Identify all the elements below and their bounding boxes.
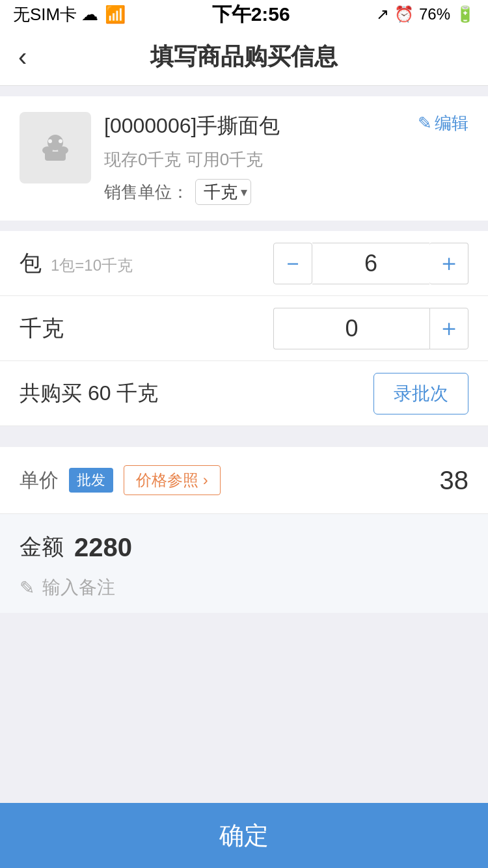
package-input[interactable] <box>312 243 429 284</box>
location-icon: ↗ <box>376 5 389 23</box>
product-stock: 现存0千克 可用0千克 <box>104 148 468 171</box>
package-label-sub: 1包=10千克 <box>51 255 133 276</box>
note-icon: ✎ <box>20 577 34 599</box>
kg-increment-button[interactable]: ＋ <box>429 308 468 349</box>
price-label: 单价 <box>20 467 59 494</box>
input-section: 包 1包=10千克 － ＋ 千克 ＋ 共购买 60 千克 录批次 <box>0 231 488 426</box>
kg-label-main: 千克 <box>20 314 64 344</box>
summary-row: 共购买 60 千克 录批次 <box>0 361 488 426</box>
package-label-main: 包 <box>20 249 42 278</box>
product-name-row: [0000006]手撕面包 ✎ 编辑 <box>104 112 468 141</box>
product-thumbnail <box>20 112 91 183</box>
divider-1 <box>0 221 488 231</box>
amount-label: 金额 <box>20 532 64 562</box>
price-row: 单价 批发 价格参照 › 38 <box>0 447 488 514</box>
product-info: [0000006]手撕面包 ✎ 编辑 现存0千克 可用0千克 销售单位： 千克 <box>104 112 468 205</box>
unit-label: 销售单位： <box>104 181 189 204</box>
confirm-button[interactable]: 确定 <box>0 803 488 868</box>
amount-value: 2280 <box>74 533 132 562</box>
edit-label: 编辑 <box>435 112 468 135</box>
edit-button[interactable]: ✎ 编辑 <box>418 112 468 135</box>
amount-section: 金额 2280 ✎ 输入备注 <box>0 514 488 613</box>
package-increment-button[interactable]: ＋ <box>429 243 468 284</box>
price-section: 单价 批发 价格参照 › 38 <box>0 447 488 514</box>
edit-icon: ✎ <box>418 113 432 133</box>
svg-point-4 <box>48 139 52 143</box>
package-label: 包 1包=10千克 <box>20 249 273 278</box>
note-row[interactable]: ✎ 输入备注 <box>20 575 468 600</box>
batch-button[interactable]: 录批次 <box>373 373 468 414</box>
svg-point-5 <box>59 139 62 143</box>
package-controls: － ＋ <box>273 243 468 284</box>
status-time: 下午2:56 <box>212 1 290 28</box>
product-unit-row: 销售单位： 千克 <box>104 179 468 205</box>
battery-icon: 🔋 <box>455 5 475 23</box>
kg-label: 千克 <box>20 314 273 344</box>
kg-input-row: 千克 ＋ <box>0 296 488 361</box>
back-button[interactable]: ‹ <box>18 42 27 72</box>
unit-select[interactable]: 千克 <box>195 179 251 205</box>
alarm-icon: ⏰ <box>394 5 414 23</box>
price-value: 38 <box>440 466 469 495</box>
package-decrement-button[interactable]: － <box>273 243 312 284</box>
summary-text: 共购买 60 千克 <box>20 379 158 408</box>
amount-row: 金额 2280 <box>20 532 468 562</box>
wifi-icon: 📶 <box>105 5 126 25</box>
note-placeholder: 输入备注 <box>42 575 115 600</box>
status-left: 无SIM卡 ☁ 📶 <box>13 3 126 26</box>
product-section: [0000006]手撕面包 ✎ 编辑 现存0千克 可用0千克 销售单位： 千克 <box>0 96 488 221</box>
price-tag: 批发 <box>69 468 113 493</box>
svg-rect-3 <box>45 152 66 161</box>
confirm-label: 确定 <box>219 819 269 852</box>
nav-bar: ‹ 填写商品购买信息 <box>0 29 488 86</box>
status-right: ↗ ⏰ 76% 🔋 <box>376 5 475 23</box>
product-logo-icon <box>36 128 75 167</box>
spacer <box>0 613 488 803</box>
package-input-row: 包 1包=10千克 － ＋ <box>0 231 488 296</box>
status-bar: 无SIM卡 ☁ 📶 下午2:56 ↗ ⏰ 76% 🔋 <box>0 0 488 29</box>
kg-input[interactable] <box>273 308 429 349</box>
price-ref-button[interactable]: 价格参照 › <box>124 465 221 495</box>
page-title: 填写商品购买信息 <box>150 41 338 73</box>
divider-2 <box>0 426 488 437</box>
kg-controls: ＋ <box>273 308 468 349</box>
sim-status: 无SIM卡 ☁ <box>13 3 98 26</box>
product-name: [0000006]手撕面包 <box>104 112 280 141</box>
battery-percent: 76% <box>419 5 450 23</box>
unit-select-wrap[interactable]: 千克 <box>195 179 251 205</box>
